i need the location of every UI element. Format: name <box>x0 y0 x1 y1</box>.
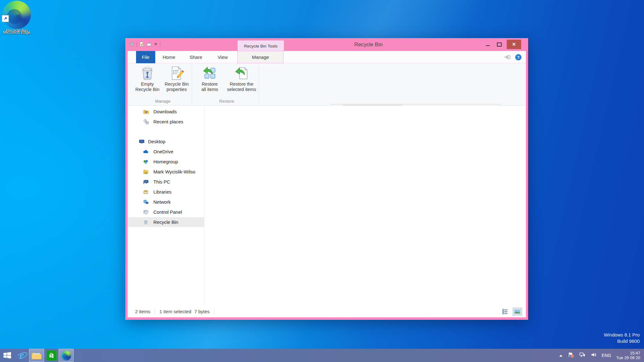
windows-store-icon <box>47 351 56 360</box>
button-label-line2: Recycle Bin <box>134 87 161 92</box>
sidebar-item-homegroup[interactable]: Homegroup <box>128 157 204 167</box>
thumbnail-view-button[interactable] <box>513 308 522 316</box>
properties-icon <box>162 65 192 82</box>
pin-ribbon-icon[interactable] <box>504 55 511 61</box>
maximize-icon <box>497 42 502 47</box>
file-list-area[interactable] <box>204 106 526 306</box>
status-selection-size: 7 bytes <box>194 309 209 314</box>
sidebar-item-label: Recycle Bin <box>153 219 178 225</box>
status-item-count: 2 items <box>135 309 150 314</box>
sidebar-item-label: Network <box>153 199 171 205</box>
sidebar-item-label: OneDrive <box>153 149 173 154</box>
edge-logo-icon <box>61 351 71 360</box>
sidebar-item-recent-places[interactable]: Recent places <box>128 117 204 127</box>
taskbar-internet-explorer[interactable]: e <box>14 349 29 362</box>
tab-manage[interactable]: Manage <box>237 51 283 63</box>
clock-date: Tue 29 09 20 <box>616 355 640 360</box>
ribbon: Empty Recycle Bin Recycle Bin prop <box>128 63 526 106</box>
sidebar-item-recycle-bin[interactable]: Recycle Bin <box>128 217 204 227</box>
volume-icon[interactable] <box>590 352 597 359</box>
navigation-pane: Downloads Recent places Desktop OneDrive… <box>128 106 204 306</box>
sidebar-item-control-panel[interactable]: Control Panel <box>128 207 204 217</box>
toolbar-separator <box>160 42 160 47</box>
control-panel-icon <box>143 209 149 215</box>
restore-selected-items-icon <box>225 65 259 82</box>
ribbon-group-label-manage: Manage <box>134 99 192 105</box>
help-icon: ? <box>517 55 520 60</box>
sidebar-item-this-pc[interactable]: This PC <box>128 177 204 187</box>
status-selection: 1 item selected <box>159 309 191 314</box>
system-tray: ENG 15:47 Tue 29 09 20 <box>559 349 644 362</box>
start-button[interactable] <box>0 349 14 362</box>
taskbar-file-explorer[interactable] <box>29 349 44 362</box>
sidebar-item-downloads[interactable]: Downloads <box>128 107 204 116</box>
shortcut-arrow-icon <box>2 15 9 22</box>
sidebar-item-label: Control Panel <box>153 209 182 215</box>
details-view-button[interactable] <box>501 308 510 316</box>
desktop-icon-label: Microsoft Edge <box>0 30 33 35</box>
maximize-button[interactable] <box>493 40 505 49</box>
sidebar-item-libraries[interactable]: Libraries <box>128 187 204 197</box>
sidebar-item-label: This PC <box>153 179 170 184</box>
recycle-bin-properties-button[interactable]: Recycle Bin properties <box>162 65 192 99</box>
sidebar-item-label: Homegroup <box>153 159 178 164</box>
qat-customize-chevron-icon[interactable] <box>154 42 158 48</box>
close-button[interactable]: ✕ <box>507 40 521 49</box>
quick-access-toolbar <box>129 38 160 51</box>
qat-new-folder-icon[interactable] <box>146 42 151 48</box>
sidebar-item-label: Desktop <box>148 139 165 144</box>
action-center-flag-icon[interactable] <box>568 352 574 359</box>
ribbon-group-separator <box>192 65 192 104</box>
empty-recycle-bin-button[interactable]: Empty Recycle Bin <box>134 65 161 99</box>
restore-selected-items-button[interactable]: Restore the selected items <box>225 65 259 99</box>
close-icon: ✕ <box>512 42 516 47</box>
downloads-folder-icon <box>143 109 149 115</box>
clock-time: 15:47 <box>616 351 640 355</box>
window-controls: ✕ <box>482 40 521 49</box>
sidebar-item-network[interactable]: Network <box>128 197 204 207</box>
tab-share[interactable]: Share <box>186 51 206 63</box>
this-pc-icon <box>143 179 149 185</box>
taskbar-clock[interactable]: 15:47 Tue 29 09 20 <box>616 351 640 360</box>
recent-places-icon <box>143 119 149 125</box>
sidebar-item-user-folder[interactable]: Mark Wycislik-Wilso <box>128 167 204 177</box>
homegroup-icon <box>143 159 149 165</box>
desktop-icon-microsoft-edge[interactable]: Microsoft Edge <box>0 0 33 35</box>
os-watermark-line2: Build 9600 <box>604 338 640 344</box>
sidebar-item-onedrive[interactable]: OneDrive <box>128 147 204 156</box>
file-explorer-icon <box>31 351 42 360</box>
os-watermark: Windows 8.1 Pro Build 9600 <box>604 332 640 344</box>
sidebar-item-desktop[interactable]: Desktop <box>128 137 204 146</box>
taskbar-windows-store[interactable] <box>44 349 59 362</box>
ribbon-tab-strip: File Home Share View Manage ? <box>128 51 526 63</box>
window-title: Recycle Bin <box>209 38 528 51</box>
window-content: Downloads Recent places Desktop OneDrive… <box>128 106 526 306</box>
taskbar: e <box>0 349 644 362</box>
language-indicator[interactable]: ENG <box>602 353 611 358</box>
ribbon-group-label-restore: Restore <box>195 99 259 105</box>
status-divider <box>155 309 155 314</box>
toolbar-separator <box>137 42 137 47</box>
button-label-line1: Restore <box>195 82 225 87</box>
tab-view[interactable]: View <box>213 51 233 63</box>
os-watermark-line1: Windows 8.1 Pro <box>604 332 640 338</box>
view-toggle-group <box>501 306 522 317</box>
ribbon-group-separator <box>259 65 259 104</box>
tab-file[interactable]: File <box>136 51 155 63</box>
taskbar-microsoft-edge[interactable] <box>59 349 74 362</box>
qat-properties-icon[interactable] <box>139 42 144 48</box>
button-label-line1: Empty <box>134 82 161 87</box>
restore-all-items-button[interactable]: Restore all items <box>195 65 225 99</box>
minimize-icon <box>486 45 490 46</box>
show-hidden-icons-button[interactable] <box>559 353 563 358</box>
tab-home[interactable]: Home <box>159 51 179 63</box>
window-recycle-bin-icon <box>129 41 134 48</box>
sidebar-item-label: Libraries <box>153 189 172 195</box>
title-bar[interactable]: Recycle Bin Tools Recycle Bin ✕ <box>125 38 528 51</box>
network-icon <box>143 199 149 205</box>
network-status-icon[interactable] <box>579 352 585 359</box>
help-button[interactable]: ? <box>515 54 521 60</box>
status-bar: 2 items 1 item selected 7 bytes <box>128 306 526 317</box>
internet-explorer-icon: e <box>16 350 27 361</box>
minimize-button[interactable] <box>482 40 493 49</box>
